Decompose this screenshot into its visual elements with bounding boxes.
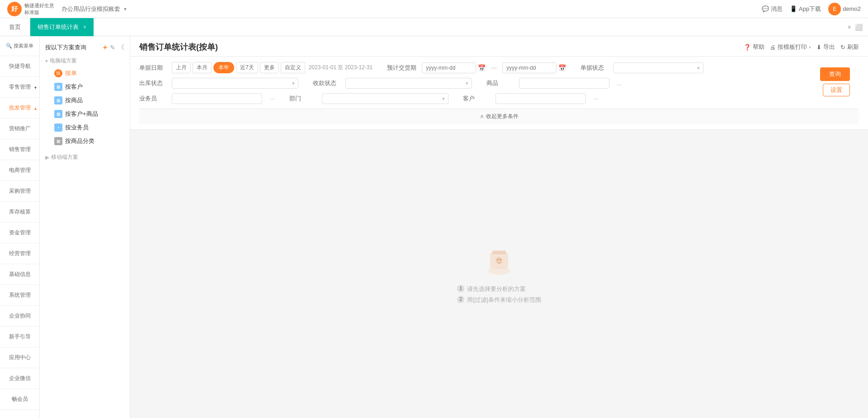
date-btn-this-month[interactable]: 本月: [193, 62, 212, 73]
salesperson-label: 业务员: [139, 95, 166, 103]
scheme-category[interactable]: ▦ 按商品分类: [49, 134, 130, 148]
refresh-btn[interactable]: ↻ 刷新: [840, 43, 859, 51]
page-header: 销售订单统计表(按单) ❓ 帮助 🖨 按模板打印 ▾ ⬇ 导出: [130, 36, 868, 57]
sidebar-item-wechat[interactable]: 企业微信: [0, 368, 39, 389]
app-download-btn[interactable]: 📱 App下载: [790, 5, 821, 13]
print-icon: 🖨: [770, 44, 776, 51]
query-button[interactable]: 查询: [820, 67, 850, 81]
status-select-wrap: [613, 62, 703, 73]
sidebar-item-marketing[interactable]: 营销推广: [0, 119, 39, 139]
delivery-select[interactable]: [172, 78, 298, 89]
date-btn-7days[interactable]: 近7天: [236, 62, 258, 73]
date-range-display: 2023-01-01 至 2023-12-31: [309, 64, 373, 71]
empty-hint-1: 1 请先选择要分析的方案: [457, 285, 541, 293]
filter-area: 单据日期 上月 本月 本年 近7天 更多 自定义 2023-01-01 至 20…: [130, 57, 868, 130]
scheme-salesperson[interactable]: ▪ 按业务员: [49, 121, 130, 134]
sidebar-item-system[interactable]: 系统管理: [0, 285, 39, 306]
topbar-right: 💬 消息 📱 App下载 E demo2: [762, 3, 861, 15]
department-select[interactable]: [322, 93, 448, 104]
left-panel: 按以下方案查询 + ✎ 《 ▾ 电脑端方案 按 按单 ▦: [40, 36, 130, 418]
date-btn-this-year[interactable]: 本年: [213, 62, 234, 73]
goods-input[interactable]: [519, 78, 609, 89]
delivery-label: 出库状态: [139, 79, 166, 87]
calendar-from-icon: 📅: [478, 64, 486, 71]
salesperson-scheme-icon: ▪: [54, 124, 62, 132]
tabbar: 首页 销售订单统计表 × × ⬜: [0, 18, 868, 36]
sidebar-item-search[interactable]: 🔍 搜索菜单: [0, 36, 39, 56]
sidebar-item-operation[interactable]: 经营管理: [0, 243, 39, 264]
left-panel-title: 按以下方案查询: [45, 43, 86, 52]
sidebar-item-purchase[interactable]: 采购管理: [0, 181, 39, 202]
sidebar: 🔍 搜索菜单 快捷导航 零售管理 ▾ 批发管理 ▴ 营销推广 销售管理 电商管理…: [0, 36, 40, 418]
help-btn[interactable]: ❓ 帮助: [744, 43, 764, 51]
goods-more-btn[interactable]: ...: [617, 80, 622, 87]
calendar-to-icon: 📅: [558, 64, 566, 71]
svg-point-5: [500, 259, 501, 260]
topbar-dropdown-icon[interactable]: ▾: [124, 6, 127, 12]
customer-input[interactable]: [495, 93, 586, 104]
minimize-icon[interactable]: ×: [848, 24, 851, 31]
maximize-icon[interactable]: ⬜: [855, 24, 863, 31]
date-btn-more[interactable]: 更多: [260, 62, 279, 73]
export-icon: ⬇: [816, 44, 821, 51]
empty-illustration: [481, 242, 517, 278]
logo-area: 好 畅捷通好生意 标准版: [7, 2, 54, 16]
date-from-input[interactable]: [422, 62, 476, 73]
add-scheme-btn[interactable]: +: [103, 43, 107, 52]
sidebar-item-basic[interactable]: 基础信息: [0, 264, 39, 285]
sidebar-item-retail[interactable]: 零售管理 ▾: [0, 77, 39, 98]
department-select-wrap: [322, 93, 448, 104]
collapse-bar[interactable]: ∧ 收起更多条件: [139, 109, 859, 124]
status-select[interactable]: [613, 62, 703, 73]
customer-more-btn[interactable]: ···: [593, 95, 599, 102]
left-panel-actions: + ✎ 《: [103, 43, 124, 52]
customer-label: 客户: [463, 95, 490, 103]
svg-rect-2: [492, 251, 506, 254]
salesperson-more-btn[interactable]: ···: [269, 95, 275, 102]
settings-button[interactable]: 设置: [823, 84, 850, 96]
date-btn-last-month[interactable]: 上月: [172, 62, 191, 73]
print-btn[interactable]: 🖨 按模板打印 ▾: [770, 43, 811, 51]
hint-num-2: 2: [457, 296, 464, 303]
sidebar-item-quick[interactable]: 快捷导航: [0, 56, 39, 77]
collapse-panel-btn[interactable]: 《: [118, 43, 124, 52]
expand-icon: ▾: [45, 58, 48, 64]
wholesale-arrow-icon: ▴: [34, 105, 37, 110]
page-title: 销售订单统计表(按单): [139, 42, 218, 52]
tab-close-icon[interactable]: ×: [83, 24, 86, 30]
sidebar-item-member[interactable]: 畅会员: [0, 389, 39, 410]
sidebar-item-wholesale[interactable]: 批发管理 ▴: [0, 98, 39, 119]
department-label: 部门: [289, 95, 316, 103]
export-btn[interactable]: ⬇ 导出: [816, 43, 835, 51]
message-btn[interactable]: 💬 消息: [762, 5, 783, 13]
sidebar-item-appstore[interactable]: 应用中心: [0, 347, 39, 368]
payment-label: 收款状态: [313, 79, 340, 87]
cust-prod-scheme-icon: ▦: [54, 110, 62, 118]
tab-active[interactable]: 销售订单统计表 ×: [30, 18, 94, 36]
sidebar-item-inventory[interactable]: 库存核算: [0, 202, 39, 223]
sidebar-item-corp[interactable]: 企业协同: [0, 306, 39, 327]
scheme-cust-prod[interactable]: ▦ 按客户+商品: [49, 107, 130, 121]
date-btn-custom[interactable]: 自定义: [281, 62, 305, 73]
sidebar-item-finance[interactable]: 资金管理: [0, 223, 39, 243]
payment-select[interactable]: [345, 78, 472, 89]
print-dropdown-icon: ▾: [809, 45, 811, 50]
topbar: 好 畅捷通好生意 标准版 办公用品行业模拟账套 ▾ 💬 消息 📱 App下载 E…: [0, 0, 868, 18]
date-to-input[interactable]: [502, 62, 557, 73]
logo-icon: 好: [7, 2, 22, 16]
topbar-left: 好 畅捷通好生意 标准版 办公用品行业模拟账套 ▾: [7, 2, 127, 16]
mobile-expand-icon: ▶: [45, 154, 49, 161]
scheme-customer[interactable]: ▦ 按客户: [49, 80, 130, 94]
goods-label: 商品: [486, 79, 514, 87]
user-area[interactable]: E demo2: [828, 3, 861, 15]
edit-scheme-btn[interactable]: ✎: [110, 44, 115, 51]
sidebar-item-ecommerce[interactable]: 电商管理: [0, 160, 39, 181]
refresh-icon: ↻: [840, 44, 845, 51]
sidebar-item-newbie[interactable]: 新手引导: [0, 327, 39, 347]
content: 按以下方案查询 + ✎ 《 ▾ 电脑端方案 按 按单 ▦: [40, 36, 868, 418]
scheme-product[interactable]: ▦ 按商品: [49, 94, 130, 107]
salesperson-input[interactable]: [172, 93, 262, 104]
tab-home[interactable]: 首页: [0, 18, 30, 36]
sidebar-item-sales[interactable]: 销售管理: [0, 139, 39, 160]
scheme-order[interactable]: 按 按单: [49, 66, 130, 80]
